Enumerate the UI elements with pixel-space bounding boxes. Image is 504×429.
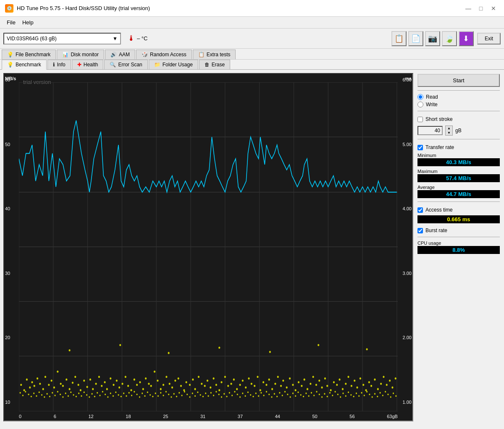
tab-error-scan[interactable]: 🔍 Error Scan (104, 60, 147, 69)
svg-point-188 (107, 396, 108, 398)
start-button[interactable]: Start (417, 74, 500, 87)
tab-benchmark[interactable]: 💡 Benchmark (2, 60, 47, 70)
average-block: Average 44.7 MB/s (417, 185, 500, 198)
svg-point-39 (77, 384, 79, 386)
camera-btn[interactable]: 📷 (425, 31, 440, 46)
copy-btn1[interactable]: 📋 (391, 31, 407, 46)
svg-point-234 (229, 392, 230, 394)
health-icon: ✚ (77, 62, 81, 68)
write-radio-row: Write (417, 102, 500, 107)
temperature-value: – °C (137, 35, 147, 42)
maximize-button[interactable]: □ (475, 4, 486, 13)
tab-random-access[interactable]: 🎲 Random Access (136, 50, 192, 59)
svg-point-227 (210, 392, 212, 394)
svg-point-187 (105, 394, 106, 395)
svg-point-202 (144, 395, 145, 397)
app-icon: 💿 (5, 4, 13, 13)
svg-point-292 (382, 395, 383, 396)
svg-point-66 (157, 379, 158, 382)
svg-point-135 (360, 377, 361, 379)
svg-point-54 (121, 383, 123, 385)
svg-point-166 (49, 396, 50, 398)
spinner-down[interactable]: ▼ (446, 131, 452, 135)
svg-point-131 (347, 376, 349, 378)
svg-point-164 (44, 396, 45, 398)
close-button[interactable]: ✕ (488, 4, 499, 13)
svg-point-55 (125, 376, 126, 378)
download-btn[interactable]: ⬇ (459, 31, 474, 46)
tab-erase[interactable]: 🗑 Erase (199, 60, 230, 69)
svg-point-106 (274, 383, 276, 385)
spinner-up[interactable]: ▲ (446, 126, 452, 131)
svg-point-205 (152, 396, 153, 398)
svg-point-221 (194, 395, 196, 397)
tab-aam[interactable]: 🔊 AAM (105, 50, 135, 59)
main-content: MB/s ms 60 50 40 30 20 10 6.00 5.00 4.00… (0, 70, 504, 425)
tab-info[interactable]: ℹ Info (47, 60, 71, 69)
svg-point-291 (379, 392, 381, 394)
svg-point-98 (251, 383, 252, 385)
svg-point-27 (42, 388, 44, 390)
tab-health[interactable]: ✚ Health (72, 60, 104, 69)
svg-point-161 (36, 395, 37, 397)
svg-point-22 (29, 387, 31, 389)
svg-point-170 (60, 394, 61, 395)
svg-point-137 (365, 389, 367, 391)
svg-point-81 (201, 383, 202, 385)
svg-point-181 (89, 396, 90, 398)
svg-point-276 (340, 396, 341, 398)
svg-point-160 (33, 392, 34, 394)
svg-point-162 (39, 392, 40, 393)
access-time-checkbox[interactable] (417, 207, 423, 213)
svg-point-79 (194, 388, 196, 390)
svg-point-64 (150, 385, 152, 387)
svg-point-192 (118, 394, 119, 396)
svg-point-110 (286, 387, 288, 389)
cpu-usage-block: CPU usage 8.8% (417, 241, 500, 254)
svg-point-172 (65, 392, 66, 394)
tab-disk-monitor[interactable]: 📊 Disk monitor (57, 50, 104, 59)
maximum-value: 57.4 MB/s (417, 174, 500, 182)
svg-point-252 (276, 396, 278, 398)
access-time-block: 0.665 ms (417, 215, 500, 223)
svg-point-150 (168, 352, 170, 354)
svg-point-122 (321, 387, 323, 389)
svg-point-42 (86, 386, 88, 388)
svg-point-73 (178, 377, 179, 379)
svg-point-280 (350, 394, 352, 396)
svg-point-78 (192, 379, 194, 381)
menu-help[interactable]: Help (19, 18, 37, 27)
benchmark-label: Benchmark (16, 62, 41, 68)
burst-rate-checkbox[interactable] (417, 228, 423, 233)
svg-point-211 (168, 394, 169, 395)
svg-point-281 (353, 396, 354, 398)
svg-point-267 (316, 391, 317, 392)
transfer-rate-label: Transfer rate (425, 144, 454, 150)
svg-point-249 (268, 394, 270, 395)
gb-input[interactable] (417, 126, 443, 135)
transfer-rate-checkbox[interactable] (417, 145, 423, 150)
svg-point-88 (220, 381, 222, 383)
tab-file-benchmark[interactable]: 💡 File Benchmark (2, 50, 56, 59)
menu-file[interactable]: File (3, 18, 19, 27)
tab-folder-usage[interactable]: 📁 Folder Usage (149, 60, 198, 69)
minimize-button[interactable]: — (463, 4, 474, 13)
drive-label: VID:03SR64G (63 gB) (7, 36, 57, 42)
exit-button[interactable]: Exit (477, 33, 501, 44)
leaf-btn[interactable]: 🍃 (442, 31, 457, 46)
read-radio[interactable] (417, 94, 423, 100)
aam-icon: 🔊 (110, 52, 117, 58)
svg-point-146 (391, 387, 393, 389)
write-radio[interactable] (417, 102, 423, 107)
svg-point-255 (284, 391, 286, 392)
tab-extra-tests[interactable]: 📋 Extra tests (193, 50, 236, 59)
copy-btn2[interactable]: 📄 (408, 31, 423, 46)
drive-dropdown[interactable]: VID:03SR64G (63 gB) ▼ (3, 33, 121, 44)
svg-point-209 (163, 395, 164, 396)
read-label: Read (426, 94, 438, 100)
short-stroke-checkbox[interactable] (417, 117, 423, 122)
svg-point-84 (210, 387, 211, 389)
average-value: 44.7 MB/s (417, 190, 500, 198)
svg-point-269 (321, 396, 323, 398)
svg-point-127 (336, 384, 338, 386)
